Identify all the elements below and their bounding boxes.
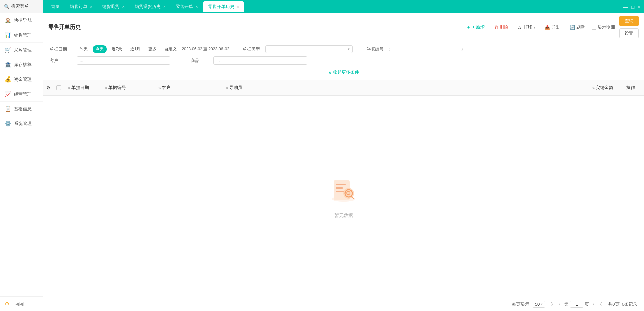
doc-type-filter-label: 单据类型 bbox=[243, 46, 263, 52]
tab-sales-order-label: 销售订单 bbox=[70, 4, 87, 10]
date-btn-custom[interactable]: 自定义 bbox=[161, 45, 180, 53]
collapse-up-icon: ∧ bbox=[328, 70, 332, 75]
sidebar-item-sales-mgmt[interactable]: 📊 销售管理 bbox=[0, 28, 43, 43]
customer-input[interactable]: ... bbox=[77, 56, 170, 65]
sidebar-item-label: 资金管理 bbox=[14, 76, 32, 83]
query-button[interactable]: 查询 bbox=[619, 16, 639, 26]
page-title: 零售开单历史 bbox=[48, 24, 464, 31]
display-detail-checkbox[interactable] bbox=[592, 25, 596, 30]
column-settings-icon[interactable]: ⚙ bbox=[46, 85, 50, 90]
tab-home[interactable]: 首页 bbox=[46, 1, 64, 12]
close-tab-sales-return-history-icon[interactable]: × bbox=[163, 5, 165, 9]
sidebar-item-label: 基础信息 bbox=[14, 106, 32, 112]
sidebar-search[interactable]: 🔍 搜索菜单 bbox=[0, 0, 43, 13]
main-content: 首页 销售订单 × 销货退货 × 销货退货历史 × 零售开单 × 零售开单历史 … bbox=[43, 0, 644, 311]
page-suffix: 页 bbox=[585, 301, 589, 307]
tab-sales-return-label: 销货退货 bbox=[102, 4, 119, 10]
doc-no-input[interactable] bbox=[389, 48, 463, 51]
close-icon[interactable]: × bbox=[638, 4, 641, 10]
collapse-more-btn[interactable]: ∧ 收起更多条件 bbox=[50, 68, 637, 75]
empty-state: 暂无数据 bbox=[43, 96, 644, 297]
export-button[interactable]: 📤 导出 bbox=[542, 23, 563, 32]
tab-retail-open-label: 零售开单 bbox=[176, 4, 193, 10]
print-button[interactable]: 🖨 打印 ▾ bbox=[515, 23, 538, 32]
th-guide: ⇅ 导购员 bbox=[221, 83, 262, 93]
th-customer-label: 客户 bbox=[162, 85, 171, 91]
collapse-sidebar-icon[interactable]: ◀◀ bbox=[15, 301, 23, 307]
sidebar-item-quick-nav[interactable]: 🏠 快捷导航 bbox=[0, 13, 43, 28]
add-button[interactable]: ＋ + 新增 bbox=[464, 23, 487, 32]
tab-sales-return[interactable]: 销货退货 × bbox=[97, 1, 129, 12]
date-btn-yesterday[interactable]: 昨天 bbox=[77, 45, 91, 53]
th-date-label: 单据日期 bbox=[71, 85, 89, 91]
svg-rect-4 bbox=[336, 191, 344, 192]
th-guide-label: 导购员 bbox=[229, 85, 242, 91]
sort-amount-icon[interactable]: ⇅ bbox=[592, 86, 595, 90]
tab-retail-open[interactable]: 零售开单 × bbox=[171, 1, 202, 12]
add-label: + 新增 bbox=[472, 24, 485, 30]
tab-retail-history[interactable]: 零售开单历史 × bbox=[203, 1, 244, 12]
sidebar-item-finance[interactable]: 💰 资金管理 bbox=[0, 72, 43, 87]
sort-no-icon[interactable]: ⇅ bbox=[105, 86, 107, 90]
next-page-button[interactable]: ⟩ bbox=[590, 301, 596, 307]
th-no-label: 单据编号 bbox=[108, 85, 126, 91]
setting-button[interactable]: 设置 bbox=[619, 28, 639, 38]
sort-customer-icon[interactable]: ⇅ bbox=[158, 86, 161, 90]
tab-sales-order[interactable]: 销售订单 × bbox=[65, 1, 97, 12]
tab-bar: 首页 销售订单 × 销货退货 × 销货退货历史 × 零售开单 × 零售开单历史 … bbox=[43, 0, 644, 13]
th-action: 操作 bbox=[617, 83, 644, 93]
page-input[interactable] bbox=[570, 301, 583, 308]
print-label: 打印 bbox=[524, 24, 532, 30]
collapse-more-label: 收起更多条件 bbox=[333, 69, 359, 75]
th-date: ⇅ 单据日期 bbox=[64, 83, 101, 93]
last-page-button[interactable]: ⟩⟩ bbox=[597, 301, 605, 307]
svg-rect-3 bbox=[336, 187, 343, 189]
sort-guide-icon[interactable]: ⇅ bbox=[226, 86, 228, 90]
settings-gear-icon[interactable]: ⚙ bbox=[5, 301, 9, 307]
search-icon: 🔍 bbox=[4, 4, 9, 9]
doc-type-select[interactable]: ▾ bbox=[265, 45, 353, 53]
th-settings[interactable]: ⚙ bbox=[43, 83, 54, 92]
per-page-dropdown-icon: ▾ bbox=[541, 302, 543, 306]
sidebar-item-system-mgmt[interactable]: ⚙️ 系统管理 bbox=[0, 116, 43, 131]
maximize-icon[interactable]: □ bbox=[631, 4, 634, 10]
print-icon: 🖨 bbox=[518, 25, 522, 30]
close-tab-retail-history-icon[interactable]: × bbox=[237, 5, 239, 9]
first-page-button[interactable]: ⟨⟨ bbox=[548, 301, 556, 307]
print-arrow-icon: ▾ bbox=[534, 25, 535, 29]
date-btn-7days[interactable]: 近7天 bbox=[109, 45, 125, 53]
date-btn-more[interactable]: 更多 bbox=[145, 45, 159, 53]
sidebar-item-basic-info[interactable]: 📋 基础信息 bbox=[0, 102, 43, 116]
customer-filter-label: 客户 bbox=[50, 58, 70, 64]
tab-retail-history-label: 零售开单历史 bbox=[208, 4, 234, 10]
pagination-nav: ⟨⟨ ⟨ 第 页 ⟩ ⟩⟩ bbox=[548, 301, 605, 308]
goods-input[interactable]: ... bbox=[213, 56, 307, 65]
date-btn-1month[interactable]: 近1月 bbox=[127, 45, 144, 53]
per-page-select[interactable]: 50 ▾ bbox=[533, 301, 545, 308]
close-tab-sales-return-icon[interactable]: × bbox=[122, 5, 124, 9]
sidebar-item-inventory[interactable]: 🏦 库存核算 bbox=[0, 57, 43, 72]
tab-sales-return-history-label: 销货退货历史 bbox=[135, 4, 161, 10]
goods-dots: ... bbox=[216, 58, 220, 63]
tab-sales-return-history[interactable]: 销货退货历史 × bbox=[130, 1, 170, 12]
close-tab-retail-open-icon[interactable]: × bbox=[196, 5, 198, 9]
th-checkbox[interactable] bbox=[54, 83, 64, 92]
display-detail-toggle[interactable]: 显示明细 bbox=[592, 24, 615, 30]
close-tab-sales-order-icon[interactable]: × bbox=[90, 5, 92, 9]
table-area: ⚙ ⇅ 单据日期 ⇅ 单据编号 ⇅ 客户 ⇅ 导购员 ⇅ bbox=[43, 80, 644, 297]
date-btn-today[interactable]: 今天 bbox=[93, 45, 107, 53]
sidebar-item-purchase-mgmt[interactable]: 🛒 采购管理 bbox=[0, 43, 43, 57]
delete-button[interactable]: 🗑 删除 bbox=[491, 23, 511, 32]
select-all-checkbox[interactable] bbox=[56, 85, 61, 90]
sidebar-item-label: 快捷导航 bbox=[14, 17, 32, 23]
goods-filter-label: 商品 bbox=[191, 58, 211, 64]
delete-label: 删除 bbox=[500, 24, 508, 30]
sidebar-item-label: 系统管理 bbox=[14, 121, 32, 127]
sidebar-item-operations[interactable]: 📈 经营管理 bbox=[0, 87, 43, 102]
refresh-button[interactable]: 🔄 刷新 bbox=[567, 23, 588, 32]
prev-page-button[interactable]: ⟨ bbox=[557, 301, 563, 307]
customer-dots: ... bbox=[80, 58, 83, 63]
minimize-icon[interactable]: — bbox=[623, 4, 628, 10]
sort-date-icon[interactable]: ⇅ bbox=[68, 86, 70, 90]
toolbar: 零售开单历史 ＋ + 新增 🗑 删除 🖨 打印 ▾ 📤 导出 🔄 刷新 bbox=[43, 13, 644, 41]
